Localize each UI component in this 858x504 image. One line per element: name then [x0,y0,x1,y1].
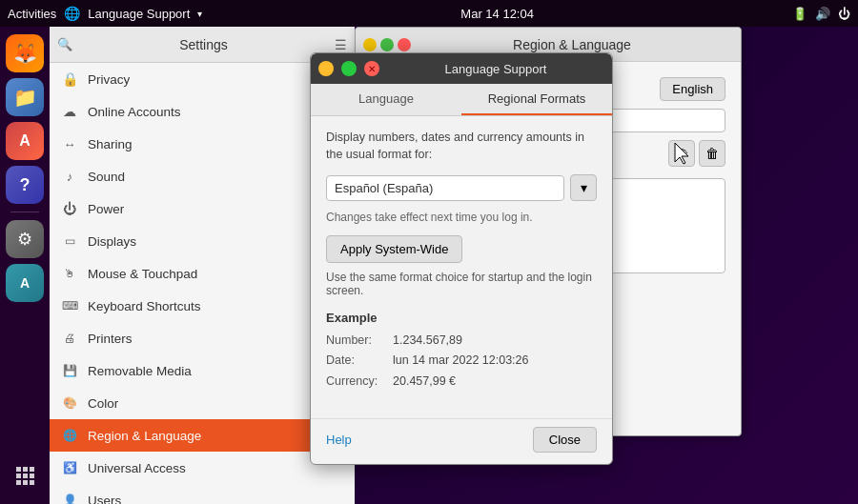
sidebar-item-label: Sound [88,170,125,184]
svg-rect-2 [30,467,34,472]
files-icon: 📁 [13,86,37,109]
apply-note: Use the same format choice for startup a… [326,271,597,297]
example-section: Example Number: 1.234.567,89 Date: lun 1… [326,311,597,392]
sidebar-item-label: Power [88,202,124,216]
dialog-minimize-button[interactable] [318,61,334,76]
sidebar-item-color[interactable]: 🎨 Color [50,387,355,419]
dock-firefox[interactable]: 🦊 [6,34,44,72]
locale-select[interactable]: Español (España) English (United States)… [326,175,564,201]
dock-lang[interactable]: A [6,264,44,302]
grid-icon [14,465,35,486]
sidebar-item-universal-access[interactable]: ♿ Universal Access [50,452,355,484]
dock-divider [10,212,39,212]
svg-rect-0 [16,467,21,472]
language-support-dialog: ✕ Language Support Language Regional For… [310,52,613,465]
svg-rect-8 [30,480,34,485]
dock-files[interactable]: 📁 [6,78,44,116]
dialog-close-button[interactable]: ✕ [364,61,379,76]
activities-button[interactable]: Activities [8,7,56,21]
online-accounts-icon: ☁ [61,103,78,120]
apply-system-wide-button[interactable]: Apply System-Wide [326,235,462,263]
sidebar-item-displays[interactable]: ▭ Displays [50,225,355,257]
dock: 🦊 📁 A ? ⚙ A [0,27,50,504]
globe-icon: 🌐 [64,6,80,21]
sound-icon: ♪ [61,168,78,185]
sidebar-item-online-accounts[interactable]: ☁ Online Accounts [50,95,355,128]
mouse-icon: 🖱 [61,265,78,282]
help-icon: ? [20,175,31,195]
removable-media-icon: 💾 [61,362,78,379]
show-applications-button[interactable] [6,456,44,494]
maximize-button[interactable] [380,38,394,51]
help-link[interactable]: Help [326,433,352,447]
sidebar-item-removable-media[interactable]: 💾 Removable Media [50,354,355,387]
sidebar-item-privacy[interactable]: 🔒 Privacy › [50,63,355,95]
printers-icon: 🖨 [61,330,78,347]
keyboard-icon: ⌨ [61,297,78,314]
settings-title: Settings [80,37,327,52]
settings-icon: ⚙ [17,229,32,250]
dock-settings[interactable]: ⚙ [6,220,44,258]
dock-appstore[interactable]: A [6,122,44,160]
sidebar-item-label: Users [88,494,121,505]
dock-help[interactable]: ? [6,166,44,204]
language-support-link[interactable]: Language Support [88,7,190,21]
close-dialog-button[interactable]: Close [533,427,597,453]
settings-menu-icon[interactable]: ☰ [335,37,347,52]
sidebar-item-sound[interactable]: ♪ Sound [50,160,355,192]
sidebar-item-keyboard-shortcuts[interactable]: ⌨ Keyboard Shortcuts [50,290,355,322]
sidebar-item-label: Sharing [88,137,133,151]
sidebar-item-label: Color [88,396,118,411]
sidebar-item-label: Printers [88,332,133,346]
svg-rect-5 [30,474,34,478]
settings-window: 🔍 Settings ☰ 🔒 Privacy › ☁ Online Accoun… [50,27,355,504]
delete-button[interactable]: 🗑 [699,140,725,167]
sidebar-item-sharing[interactable]: ↔ Sharing [50,128,355,160]
language-button[interactable]: English [660,77,725,101]
power-menu-icon[interactable]: ⏻ [838,7,850,21]
minimize-button[interactable] [363,38,377,51]
appstore-icon: A [19,132,31,150]
sidebar-item-label: Keyboard Shortcuts [88,299,201,313]
locale-dropdown-arrow[interactable]: ▾ [570,174,597,201]
tab-regional-formats[interactable]: Regional Formats [461,84,612,115]
sidebar-item-label: Removable Media [88,364,192,378]
example-number-label: Number: [326,331,393,351]
example-date-value: lun 14 mar 2022 12:03:26 [393,351,528,371]
locale-dropdown-row: Español (España) English (United States)… [326,174,597,201]
settings-search-icon[interactable]: 🔍 [57,37,72,51]
svg-rect-1 [23,467,28,472]
example-title: Example [326,311,597,325]
sidebar-item-users[interactable]: 👤 Users [50,484,355,504]
example-date-row: Date: lun 14 mar 2022 12:03:26 [326,351,597,371]
close-button[interactable] [398,38,411,51]
dialog-footer: Help Close [311,418,612,464]
sidebar-item-printers[interactable]: 🖨 Printers [50,322,355,354]
eye-button[interactable]: 👁 [668,140,695,167]
sidebar-item-label: Region & Language [88,429,201,443]
universal-access-icon: ♿ [61,459,78,476]
example-currency-row: Currency: 20.457,99 € [326,372,597,392]
example-date-label: Date: [326,351,393,371]
example-currency-label: Currency: [326,372,393,392]
taskbar-datetime: Mar 14 12:04 [460,7,534,21]
firefox-icon: 🦊 [13,42,37,65]
dialog-maximize-button[interactable] [341,61,357,76]
sidebar-item-mouse-touchpad[interactable]: 🖱 Mouse & Touchpad [50,257,355,290]
tab-language[interactable]: Language [311,84,461,115]
svg-rect-6 [16,480,21,485]
taskbar: Activities 🌐 Language Support ▾ Mar 14 1… [0,0,858,27]
eye-icon: 👁 [675,146,688,161]
dock-bottom [6,456,44,494]
sidebar-item-region-language[interactable]: 🌐 Region & Language [50,419,355,452]
svg-rect-7 [23,480,28,485]
svg-rect-3 [16,474,21,478]
example-number-row: Number: 1.234.567,89 [326,331,597,351]
color-icon: 🎨 [61,394,78,412]
dropdown-chevron-icon: ▾ [197,9,202,19]
svg-rect-4 [23,474,28,478]
users-icon: 👤 [61,492,78,504]
sidebar-item-power[interactable]: ⏻ Power [50,192,355,225]
battery-icon: 🔋 [792,7,807,21]
dialog-description: Display numbers, dates and currency amou… [326,130,597,163]
